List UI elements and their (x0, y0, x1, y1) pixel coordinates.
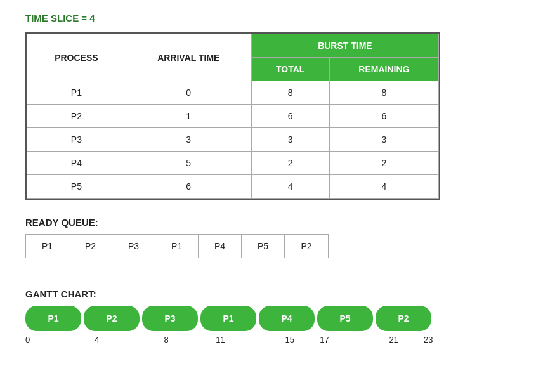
queue-item-0: P1 (26, 235, 69, 258)
cell-process-1: P2 (27, 105, 126, 128)
queue-item-5: P5 (242, 235, 285, 258)
cell-process-4: P5 (27, 175, 126, 199)
table-row: P1088 (27, 81, 439, 105)
ready-queue-label: READY QUEUE: (25, 217, 511, 228)
cell-total-2: 3 (251, 128, 329, 152)
gantt-time-5: 17 (320, 335, 329, 344)
gantt-chart-label: GANTT CHART: (25, 289, 511, 299)
gantt-block-5: P5 (317, 306, 373, 331)
cell-remaining-0: 8 (329, 81, 438, 105)
table-row: P5644 (27, 175, 439, 199)
cell-process-0: P1 (27, 81, 126, 105)
gantt-block-6: P2 (376, 306, 431, 331)
gantt-block-2: P3 (142, 306, 198, 331)
col-header-burst: BURST TIME (251, 34, 438, 58)
gantt-time-0: 0 (25, 335, 30, 344)
ready-queue-section: READY QUEUE: P1P2P3P1P4P5P2 (25, 217, 511, 276)
cell-remaining-2: 3 (329, 128, 438, 152)
cell-arrival-0: 0 (126, 81, 251, 105)
cell-total-1: 6 (251, 105, 329, 128)
queue-item-2: P3 (112, 235, 155, 258)
gantt-time-2: 8 (164, 335, 168, 344)
process-table: PROCESS ARRIVAL TIME BURST TIME TOTAL RE… (27, 34, 439, 199)
gantt-time-6: 21 (389, 335, 398, 344)
cell-remaining-4: 4 (329, 175, 438, 199)
col-header-arrival: ARRIVAL TIME (126, 34, 251, 81)
gantt-block-1: P2 (84, 306, 140, 331)
cell-remaining-3: 2 (329, 152, 438, 175)
process-table-container: PROCESS ARRIVAL TIME BURST TIME TOTAL RE… (25, 32, 440, 200)
gantt-block-0: P1 (25, 306, 81, 331)
table-row: P3333 (27, 128, 439, 152)
col-header-remaining: REMAINING (329, 58, 438, 81)
col-header-process: PROCESS (27, 34, 126, 81)
cell-total-0: 8 (251, 81, 329, 105)
gantt-time-4: 15 (285, 335, 294, 344)
cell-arrival-2: 3 (126, 128, 251, 152)
table-row: P2166 (27, 105, 439, 128)
gantt-time-labels: 0481115172123 (25, 335, 429, 348)
cell-process-3: P4 (27, 152, 126, 175)
cell-arrival-4: 6 (126, 175, 251, 199)
gantt-block-4: P4 (259, 306, 315, 331)
cell-remaining-1: 6 (329, 105, 438, 128)
table-row: P4522 (27, 152, 439, 175)
gantt-time-3: 11 (216, 335, 225, 344)
time-slice-label: TIME SLICE = 4 (25, 13, 511, 23)
cell-arrival-3: 5 (126, 152, 251, 175)
ready-queue: P1P2P3P1P4P5P2 (25, 234, 329, 258)
queue-item-3: P1 (155, 235, 199, 258)
queue-item-1: P2 (69, 235, 112, 258)
gantt-block-3: P1 (200, 306, 256, 331)
col-header-total: TOTAL (251, 58, 329, 81)
gantt-time-7: 23 (424, 335, 433, 344)
cell-total-4: 4 (251, 175, 329, 199)
cell-process-2: P3 (27, 128, 126, 152)
queue-item-4: P4 (199, 235, 242, 258)
gantt-chart-section: GANTT CHART: P1P2P3P1P4P5P2 048111517212… (25, 289, 511, 348)
gantt-time-1: 4 (95, 335, 99, 344)
cell-arrival-1: 1 (126, 105, 251, 128)
queue-item-6: P2 (285, 235, 328, 258)
cell-total-3: 2 (251, 152, 329, 175)
gantt-blocks: P1P2P3P1P4P5P2 (25, 306, 511, 331)
